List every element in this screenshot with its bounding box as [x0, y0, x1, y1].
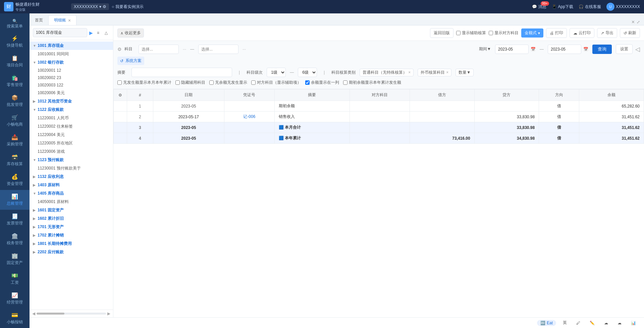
- print-btn[interactable]: 🖨 打印: [546, 28, 567, 38]
- tree-item-1405[interactable]: ▼ 1405 库存商品: [30, 189, 113, 198]
- sidebar-item-project-contract[interactable]: 📋 项目合同: [0, 52, 30, 71]
- sidebar-item-inventory[interactable]: 🗃️ 库存核算: [0, 150, 30, 170]
- tree-item-1601[interactable]: ▶ 1601 固定资产: [30, 206, 113, 214]
- tab-detail[interactable]: 明细账 ×: [48, 15, 76, 25]
- tree-item-1122[interactable]: ▼ 1122 应收账款: [30, 106, 113, 114]
- sidebar-item-fixed-assets[interactable]: 🏢 固定资产: [0, 249, 30, 269]
- cloud-print-btn[interactable]: ☁ 云打印: [570, 28, 594, 38]
- system-scheme-btn[interactable]: ↺ 系统方案: [117, 57, 144, 65]
- tree-item-1702[interactable]: ▶ 1702 累计摊销: [30, 231, 113, 240]
- type-foreign-remove[interactable]: ×: [446, 70, 448, 75]
- sidebar-item-expenses[interactable]: 💳 小畅报销: [0, 309, 30, 328]
- chart-btn[interactable]: 📊: [628, 320, 639, 326]
- calendar-start-icon[interactable]: 📅: [531, 47, 536, 52]
- type-normal-tag[interactable]: 普通科目（无特殊核算） ×: [360, 69, 414, 76]
- tree-item-1001[interactable]: ▼ 1001 库存现金: [30, 42, 113, 50]
- query-btn[interactable]: 查询: [592, 45, 612, 54]
- filter-collapse-arrow[interactable]: ◁: [635, 46, 640, 53]
- message-btn[interactable]: 💬 消息 99+: [532, 4, 546, 10]
- tree-item-2202[interactable]: ▶ 2202 应付账款: [30, 248, 113, 256]
- window-expand-btn[interactable]: ⤢: [637, 20, 640, 24]
- sidebar-item-wholesale[interactable]: 📦 批发管理: [0, 91, 30, 111]
- period-bal-checkbox[interactable]: 期初余额显示本年累计发生额: [343, 80, 401, 85]
- export-btn[interactable]: ↗ 导出: [597, 28, 617, 38]
- tree-item-11220004[interactable]: 11220004 美元: [30, 131, 113, 139]
- eat-btn[interactable]: 🔤 Eat: [537, 320, 556, 326]
- tree-item-11220006[interactable]: 11220006 游戏: [30, 147, 113, 156]
- period-end-input[interactable]: [548, 45, 581, 54]
- tree-item-1801[interactable]: ▶ 1801 长期待摊费用: [30, 240, 113, 248]
- subject-input[interactable]: [139, 45, 179, 54]
- sidebar-item-retail[interactable]: 🛍️ 零售管理: [0, 71, 30, 91]
- tree-item-1403[interactable]: ▶ 1403 原材料: [30, 181, 113, 189]
- type-normal-remove[interactable]: ×: [408, 70, 411, 75]
- sidebar-item-quick-nav[interactable]: ⚡ 快捷导航: [0, 32, 30, 52]
- sidebar-item-invoice[interactable]: 🧾 发票管理: [0, 210, 30, 229]
- tree-item-11220002[interactable]: 11220002 往来标签: [30, 122, 113, 131]
- filter-settings-icon[interactable]: ⚙: [117, 47, 122, 52]
- subject-dots[interactable]: ···: [183, 47, 186, 52]
- tree-item-10010001[interactable]: 10010001 同同同: [30, 50, 113, 58]
- period-start-input[interactable]: [495, 45, 529, 54]
- tree-item-1123[interactable]: ▼ 1123 预付账款: [30, 156, 113, 164]
- back-btn[interactable]: 返回旧版: [430, 28, 453, 38]
- edit-btn[interactable]: 🖊: [574, 320, 583, 326]
- no-balance-checkbox[interactable]: 无发生额显示本月本年累计: [117, 80, 171, 85]
- tree-expand-btn[interactable]: ≡: [95, 29, 101, 36]
- type-quantity-tag[interactable]: 数量▼: [455, 69, 474, 76]
- user-btn[interactable]: U XXXXXXXXX: [606, 3, 640, 11]
- voucher-link[interactable]: 记-006: [243, 114, 255, 119]
- no-bal-show-checkbox[interactable]: 无余额无发生显示: [209, 80, 247, 85]
- counterpart-checkbox[interactable]: 对方科目（显示辅助项）: [251, 80, 301, 85]
- level-start-select[interactable]: 1级2级3级: [267, 68, 286, 77]
- pencil-btn[interactable]: ✏️: [587, 320, 597, 326]
- tree-item-1602[interactable]: ▶ 1602 累计折旧: [30, 214, 113, 223]
- summary-input[interactable]: [131, 68, 232, 77]
- tree-item-1012[interactable]: ▶ 1012 其他货币资金: [30, 97, 113, 106]
- show-counterpart-checkbox[interactable]: 显示对方科目: [489, 30, 519, 36]
- amount-format-btn[interactable]: 金额式 ▾: [521, 28, 543, 38]
- tree-item-11220005[interactable]: 11220005 所在地区: [30, 139, 113, 147]
- tree-item-14050001[interactable]: 14050001 原材料: [30, 198, 113, 206]
- more-btn[interactable]: ∧ 收起更多: [117, 28, 144, 38]
- nav-arrow-icon[interactable]: ▶: [89, 30, 93, 36]
- account-selector[interactable]: 1001 库存现金: [33, 28, 87, 37]
- calendar-end-icon[interactable]: 📅: [583, 47, 588, 52]
- tree-item-1002[interactable]: ▼ 1002 银行存款: [30, 58, 113, 67]
- sidebar-item-purchase[interactable]: 📥 采购管理: [0, 131, 30, 150]
- sidebar-item-accounting[interactable]: 📊 总账管理: [0, 190, 30, 210]
- subject-end-input[interactable]: [198, 45, 238, 54]
- tab-close-icon[interactable]: ×: [68, 18, 71, 23]
- scroll-left-btn[interactable]: ◀: [32, 311, 35, 316]
- tree-item-1132[interactable]: ▶ 1132 应收利息: [30, 173, 113, 181]
- type-foreign-tag[interactable]: 外币核算科目 ×: [418, 69, 451, 76]
- tree-item-11230001[interactable]: 11230001 预付账款美于: [30, 164, 113, 173]
- sidebar-item-salary[interactable]: 💵 工资: [0, 269, 30, 289]
- subject-end-dots[interactable]: ···: [243, 47, 246, 52]
- tree-item-11220001[interactable]: 11220001 人民币: [30, 114, 113, 122]
- show-assist-checkbox[interactable]: 显示辅助核算: [456, 30, 486, 36]
- app-download-btn[interactable]: 📱 App下载: [552, 4, 573, 10]
- tree-item-10020006[interactable]: 10020006 美元: [30, 89, 113, 97]
- sidebar-item-capital[interactable]: 💰 资金管理: [0, 170, 30, 190]
- window-close-btn[interactable]: ×: [632, 19, 635, 25]
- tree-item-10020001[interactable]: 10020001 12: [30, 67, 113, 74]
- sidebar-search[interactable]: 🔍 搜索菜单: [7, 16, 23, 32]
- sidebar-item-tax[interactable]: 🏛️ 税务管理: [0, 229, 30, 249]
- filter-settings-btn[interactable]: 设置: [616, 44, 633, 54]
- online-service-btn[interactable]: 🎧 在线客服: [579, 4, 601, 10]
- tree-item-10020002[interactable]: 10020002 23: [30, 74, 113, 81]
- refresh-btn[interactable]: ↺ 刷新: [620, 28, 640, 38]
- sidebar-item-ecom[interactable]: 🛒 小畅电商: [0, 111, 30, 131]
- settings-icon[interactable]: ⚙: [103, 4, 106, 9]
- cloud-btn2[interactable]: ☁: [615, 320, 624, 326]
- lang-btn[interactable]: 英: [560, 319, 570, 327]
- cloud-btn1[interactable]: ☁: [601, 320, 611, 326]
- horizontal-scrollbar[interactable]: [37, 313, 106, 315]
- level-end-select[interactable]: 6级5级4级: [298, 68, 317, 77]
- tree-collapse-btn[interactable]: △: [103, 29, 110, 36]
- scroll-right-btn[interactable]: ▶: [107, 311, 110, 316]
- tree-item-1701[interactable]: ▶ 1701 无形资产: [30, 223, 113, 231]
- tree-item-10020003[interactable]: 10020003 122: [30, 81, 113, 89]
- demo-link[interactable]: ○ 我要看实例演示: [112, 4, 144, 10]
